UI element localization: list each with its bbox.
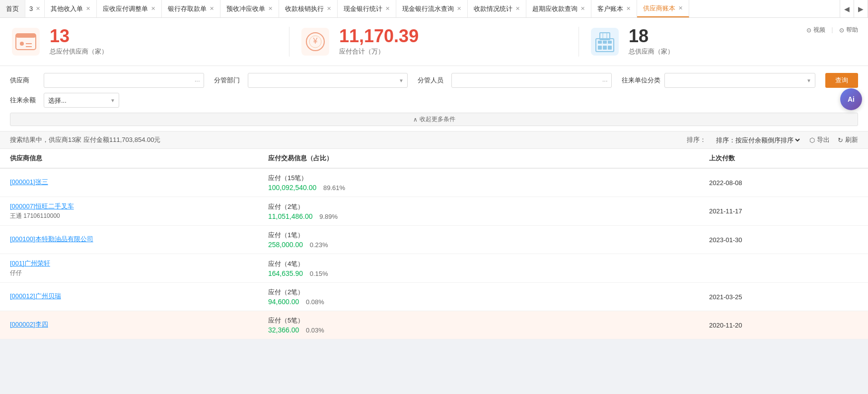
supplier-info-3: [000100]本特勤油品有限公司	[10, 235, 268, 245]
filter-balance: 往来余额 选择... ▼	[10, 93, 119, 108]
nav-next-arrow[interactable]: ▶	[854, 0, 868, 18]
close-icon[interactable]: ✕	[36, 5, 40, 12]
nav-bank-deposit[interactable]: 银行存取款单 ✕	[162, 0, 220, 17]
nav-supplier-account[interactable]: 供应商账本 ✕	[637, 0, 689, 17]
category-select[interactable]	[664, 73, 816, 88]
refresh-label: 刷新	[845, 135, 858, 144]
balance-label: 往来余额	[10, 96, 40, 105]
balance-select[interactable]: 选择...	[44, 93, 119, 108]
person-dots-icon[interactable]: ···	[602, 77, 608, 84]
filter-person: 分管人员 ···	[418, 73, 612, 88]
export-button[interactable]: ⬡ 导出	[809, 135, 830, 144]
pay-amount-2: 11,051,486.00	[268, 212, 313, 220]
pay-amount-4: 164,635.90	[268, 269, 303, 277]
stat-divider-2	[579, 27, 579, 57]
payable-suppliers-label: 总应付供应商（家）	[50, 47, 108, 56]
close-icon[interactable]: ✕	[86, 5, 90, 12]
close-icon[interactable]: ✕	[515, 5, 520, 12]
table-row: [000007]恒旺二手叉车 王通 17106110000 应付（2笔） 11,…	[0, 197, 868, 226]
table-row: [000001]张三 应付（15笔） 100,092,540.00 89.61%…	[0, 169, 868, 197]
pay-label-5: 应付（2笔）	[268, 288, 709, 297]
nav-other-income[interactable]: 其他收入单 ✕	[45, 0, 97, 17]
pay-info-3: 应付（1笔） 258,000.00 0.23%	[268, 231, 709, 249]
pay-info-4: 应付（4笔） 164,635.90 0.15%	[268, 260, 709, 277]
pay-pct-3: 0.23%	[310, 241, 328, 249]
nav-cash-bank-flow[interactable]: 现金银行流水查询 ✕	[396, 0, 468, 17]
collapse-button[interactable]: ∧ 收起更多条件	[10, 113, 858, 126]
result-bar: 搜索结果中，供应商13家 应付金额111,703,854.00元 排序： 排序：…	[0, 131, 868, 149]
supplier-link-2[interactable]: [000007]恒旺二手叉车	[10, 202, 268, 211]
nav-home[interactable]: 首页	[0, 0, 25, 17]
close-icon[interactable]: ✕	[385, 5, 390, 12]
close-icon[interactable]: ✕	[268, 5, 273, 12]
supplier-link-4[interactable]: [001]广州荣轩	[10, 259, 268, 268]
payable-total-number: 11,170.39	[339, 27, 419, 45]
dept-select[interactable]	[248, 73, 408, 88]
nav-home-label: 首页	[6, 4, 19, 13]
help-link[interactable]: 帮助	[846, 26, 858, 34]
last-pay-6: 2020-11-20	[709, 322, 858, 329]
close-icon[interactable]: ✕	[626, 5, 631, 12]
supplier-link-5[interactable]: [000012]广州贝瑞	[10, 292, 268, 301]
close-icon[interactable]: ✕	[580, 5, 585, 12]
pay-pct-4: 0.15%	[310, 270, 328, 277]
category-select-wrapper: ▼	[664, 73, 816, 88]
nav-overdue-collect-label: 超期应收款查询	[532, 4, 578, 13]
nav-collect-verify[interactable]: 收款核销执行 ✕	[279, 0, 338, 17]
supplier-sub-2: 王通 17106110000	[10, 212, 60, 219]
stat-divider-1	[289, 27, 289, 57]
nav-overdue-collect[interactable]: 超期应收款查询 ✕	[526, 0, 591, 17]
nav-customer-account[interactable]: 客户账本 ✕	[591, 0, 637, 17]
person-input[interactable]	[451, 73, 612, 88]
filter-dept: 分管部门 ▼	[214, 73, 408, 88]
supplier-label: 供应商	[10, 76, 40, 85]
pay-amount-3: 258,000.00	[268, 241, 303, 249]
stat-payable-total: ¥ 11,170.39 应付合计（万）	[299, 26, 569, 58]
filter-row-1: 供应商 ··· 分管部门 ▼ 分管人员 ··· 往来单位分类	[10, 73, 858, 88]
pay-label-3: 应付（1笔）	[268, 231, 709, 240]
close-icon[interactable]: ✕	[678, 5, 683, 11]
svg-rect-17	[608, 46, 612, 50]
pay-info-1: 应付（15笔） 100,092,540.00 89.61%	[268, 174, 709, 192]
table-col-pay-info: 应付交易信息（占比）	[268, 154, 709, 163]
table-scroll[interactable]: [000001]张三 应付（15笔） 100,092,540.00 89.61%…	[0, 169, 868, 339]
balance-select-wrapper: 选择... ▼	[44, 93, 119, 108]
nav-collect-stat-label: 收款情况统计	[474, 4, 512, 13]
separator: ｜	[829, 26, 835, 34]
pay-amount-6: 32,366.00	[268, 326, 299, 334]
total-suppliers-number: 18	[629, 27, 674, 45]
ai-button[interactable]: Ai	[840, 88, 862, 110]
table-row: [001]广州荣轩 仔仔 应付（4笔） 164,635.90 0.15%	[0, 254, 868, 283]
sort-select[interactable]: 排序：按应付余额倒序排序	[714, 136, 801, 144]
close-icon[interactable]: ✕	[327, 5, 331, 12]
refresh-button[interactable]: ↻ 刷新	[838, 135, 858, 144]
supplier-link-3[interactable]: [000100]本特勤油品有限公司	[10, 235, 268, 244]
supplier-link-6[interactable]: [000002]李四	[10, 320, 268, 329]
top-right-links: ⊙ 视频 ｜ ⊙ 帮助	[806, 26, 858, 34]
svg-rect-14	[608, 41, 612, 44]
nav-advance-verify[interactable]: 预收冲应收单 ✕	[220, 0, 279, 17]
query-button[interactable]: 查询	[825, 73, 858, 88]
nav-tab1[interactable]: 3 ✕	[25, 0, 45, 17]
nav-collect-stat[interactable]: 收款情况统计 ✕	[468, 0, 526, 17]
filter-area: 供应商 ··· 分管部门 ▼ 分管人员 ··· 往来单位分类	[0, 66, 868, 131]
close-icon[interactable]: ✕	[210, 5, 214, 12]
nav-cash-bank-stat[interactable]: 现金银行统计 ✕	[338, 0, 396, 17]
chevron-up-icon: ∧	[413, 116, 418, 123]
supplier-sub-4: 仔仔	[10, 269, 22, 276]
dept-select-wrapper: ▼	[248, 73, 408, 88]
supplier-input[interactable]	[44, 73, 204, 88]
nav-ap-adjust[interactable]: 应收应付调整单 ✕	[97, 0, 162, 17]
payable-suppliers-number: 13	[50, 27, 108, 45]
table-row: [000012]广州贝瑞 应付（2笔） 94,600.00 0.08% 2021…	[0, 283, 868, 311]
pay-label-2: 应付（2笔）	[268, 202, 709, 211]
supplier-dots-icon[interactable]: ···	[195, 77, 200, 84]
close-icon[interactable]: ✕	[151, 5, 155, 12]
video-link[interactable]: 视频	[813, 26, 825, 34]
last-pay-3: 2023-01-30	[709, 236, 858, 244]
nav-prev-arrow[interactable]: ◀	[840, 0, 854, 18]
supplier-link-1[interactable]: [000001]张三	[10, 178, 268, 187]
close-icon[interactable]: ✕	[457, 5, 461, 12]
sort-label: 排序：	[687, 135, 706, 144]
table-container: 供应商信息 应付交易信息（占比） 上次付数 [000001]张三 应付（15笔）…	[0, 149, 868, 339]
